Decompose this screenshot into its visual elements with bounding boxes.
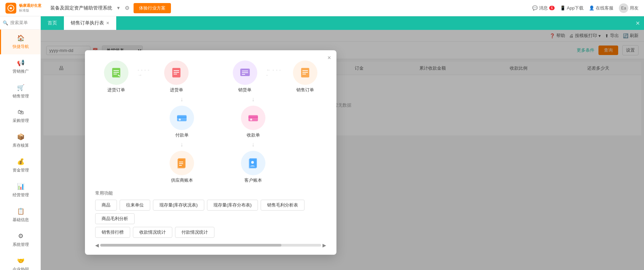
app-container: 畅康通好生意 标准版 装备及固定资产辅助管理系统 ▼ ⚙ 体验行业方案 💬 消息… (0, 0, 644, 270)
page-content: ❓ 帮助 🖨 按模板打印 ▾ ⬆ 导出 🔄 刷新 (41, 30, 644, 270)
sales-order-circle (293, 60, 317, 85)
svg-rect-21 (248, 116, 258, 118)
sidebar: 🔍 搜索菜单 🏠 快捷导航 📢 营销推广 🛒 销售管理 🛍 采购管理 📦 (0, 16, 41, 270)
marketing-icon: 📢 (17, 59, 24, 67)
sidebar-item-enterprise[interactable]: 🤝 企业协同 (0, 252, 40, 270)
modal: × 进货订单 (85, 50, 336, 255)
message-icon: 💬 (532, 5, 538, 11)
logo-icon (5, 3, 16, 14)
system-title: 装备及固定资产辅助管理系统 (50, 5, 112, 11)
finance-icon: 💰 (17, 158, 24, 165)
svg-point-30 (251, 161, 254, 164)
top-bar: 畅康通好生意 标准版 装备及固定资产辅助管理系统 ▼ ⚙ 体验行业方案 💬 消息… (0, 0, 644, 16)
service-icon: 👤 (589, 5, 594, 11)
system-icon: ⚙ (18, 232, 23, 240)
enterprise-icon: 🤝 (17, 257, 24, 265)
scroll-track[interactable] (100, 244, 321, 247)
sidebar-item-inventory[interactable]: 📦 库存核算 (0, 128, 40, 153)
flow-node-purchase-order: 进货订单 (95, 60, 138, 93)
arrow-h-2: ← - - - - (266, 60, 284, 77)
sidebar-item-purchase[interactable]: 🛍 采购管理 (0, 104, 40, 128)
sales-icon: 🛒 (17, 84, 24, 91)
func-btn-1[interactable]: 往来单位 (120, 200, 150, 211)
top-bar-right: 💬 消息 6 📱 App下载 👤 在线客服 Ea 用友 (532, 3, 639, 13)
sidebar-item-sales[interactable]: 🛒 销售管理 (0, 79, 40, 104)
settings-icon[interactable]: ⚙ (125, 5, 129, 11)
arrow-h-1: - - - - → (138, 60, 155, 77)
common-functions-title: 常用功能 (95, 190, 326, 196)
supplier-ledger-circle (170, 151, 194, 175)
function-btns-row1: 商品 往来单位 现存量(库存状况表) 现存量(库存分布表) 销售毛利分析表 商品… (95, 200, 326, 224)
flow-node-sales-bill: 销货单 (224, 60, 266, 93)
app-download-btn[interactable]: 📱 App下载 (560, 5, 584, 11)
quick-nav-icon: 🏠 (17, 34, 24, 42)
payment-bill-circle (170, 106, 194, 130)
func-btn-7[interactable]: 收款情况统计 (133, 227, 172, 238)
tab-bar: 首页 销售订单执行表 ✕ ✕ (41, 16, 644, 30)
sidebar-item-finance[interactable]: 💰 资金管理 (0, 153, 40, 178)
tab-sales-order-exec[interactable]: 销售订单执行表 ✕ (64, 16, 116, 30)
purchase-icon: 🛍 (18, 109, 24, 116)
func-btn-4[interactable]: 销售毛利分析表 (261, 200, 304, 211)
func-btn-6[interactable]: 销售排行榜 (95, 227, 130, 238)
sidebar-item-basic-info[interactable]: 📋 基础信息 (0, 203, 40, 228)
sidebar-item-quick-nav[interactable]: 🏠 快捷导航 (0, 30, 40, 54)
tab-close-btn[interactable]: ✕ (106, 21, 109, 25)
function-btns-row2: 销售排行榜 收款情况统计 付款情况统计 (95, 227, 326, 238)
scroll-right-icon[interactable]: ▶ (323, 242, 326, 248)
arrow-down-2: ↓ (231, 96, 275, 103)
arrow-down-1: ↓ (160, 96, 204, 103)
arrow-down-4: ↓ (231, 141, 275, 148)
main-area: 🔍 搜索菜单 🏠 快捷导航 📢 营销推广 🛒 销售管理 🛍 采购管理 📦 (0, 16, 644, 270)
flow-node-sales-order: 销售订单 (284, 60, 326, 93)
online-service-btn[interactable]: 👤 在线客服 (589, 5, 613, 11)
flow-node-customer-ledger: 客户账本 (231, 151, 275, 183)
content-area: 首页 销售订单执行表 ✕ ✕ ❓ 帮助 (41, 16, 644, 270)
func-btn-3[interactable]: 现存量(库存分布表) (207, 200, 258, 211)
sidebar-item-marketing[interactable]: 📢 营销推广 (0, 54, 40, 79)
business-icon: 📊 (17, 183, 24, 190)
receipt-bill-circle (241, 106, 265, 130)
basic-info-icon: 📋 (17, 208, 24, 215)
svg-rect-17 (177, 115, 187, 121)
experience-btn[interactable]: 体验行业方案 (134, 3, 171, 13)
sidebar-item-system[interactable]: ⚙ 系统管理 (0, 228, 40, 252)
customer-ledger-circle (241, 151, 265, 175)
search-icon: 🔍 (3, 20, 8, 25)
modal-scrollbar: ◀ ▶ (95, 242, 326, 248)
svg-rect-18 (177, 116, 187, 118)
flow-node-receipt-bill: 收款单 (231, 106, 275, 138)
svg-point-19 (179, 119, 181, 121)
purchase-order-circle (104, 60, 128, 85)
message-badge: 6 (549, 6, 555, 10)
app-icon: 📱 (560, 5, 565, 11)
scroll-left-icon[interactable]: ◀ (95, 242, 99, 248)
flow-node-supplier-ledger: 供应商账本 (160, 151, 204, 183)
sidebar-item-business[interactable]: 📊 经营管理 (0, 178, 40, 203)
func-btn-2[interactable]: 现存量(库存状况表) (153, 200, 204, 211)
purchase-bill-circle (164, 60, 189, 85)
logo-area: 畅康通好生意 标准版 (5, 3, 46, 14)
user-btn[interactable]: Ea 用友 (619, 3, 639, 13)
message-btn[interactable]: 💬 消息 6 (532, 5, 555, 11)
arrow-down-3: ↓ (160, 141, 204, 148)
sales-bill-circle (233, 60, 257, 85)
flow-node-purchase-bill: 进货单 (155, 60, 198, 93)
svg-rect-20 (248, 115, 258, 121)
func-btn-8[interactable]: 付款情况统计 (175, 227, 214, 238)
modal-close-btn[interactable]: × (327, 54, 331, 61)
flow-node-payment-bill: 付款单 (160, 106, 204, 138)
func-btn-0[interactable]: 商品 (95, 200, 117, 211)
inventory-icon: 📦 (17, 133, 24, 141)
top-bar-left: 畅康通好生意 标准版 装备及固定资产辅助管理系统 ▼ ⚙ 体验行业方案 (5, 3, 171, 14)
common-functions: 常用功能 商品 往来单位 现存量(库存状况表) 现存量(库存分布表) 销售毛利分… (95, 190, 326, 238)
tab-home[interactable]: 首页 (41, 16, 64, 30)
func-btn-5[interactable]: 商品毛利分析 (95, 213, 135, 224)
scroll-thumb (100, 244, 281, 247)
user-avatar: Ea (619, 3, 628, 13)
logo-text: 畅康通好生意 标准版 (19, 3, 41, 13)
svg-point-22 (250, 119, 252, 121)
dropdown-icon[interactable]: ▼ (116, 5, 121, 11)
tab-bar-close-icon[interactable]: ✕ (636, 20, 640, 26)
sidebar-search[interactable]: 🔍 搜索菜单 (0, 16, 40, 30)
